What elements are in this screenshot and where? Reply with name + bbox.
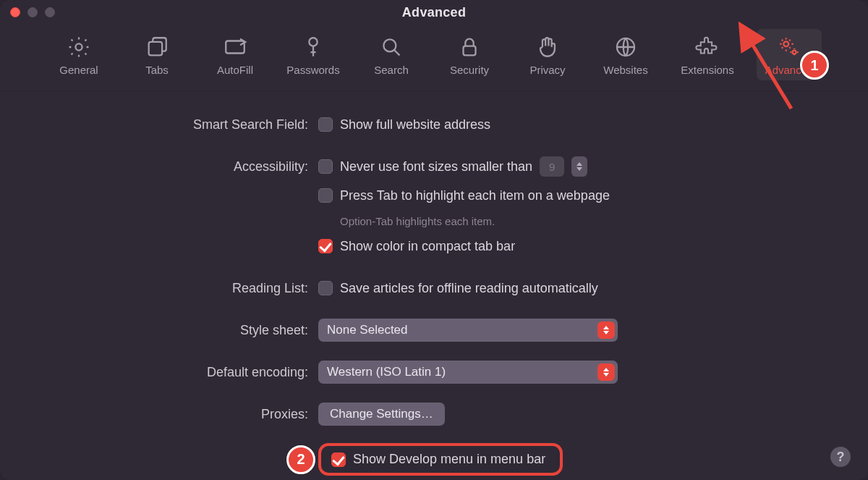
puzzle-icon [695,35,720,59]
hint-text: Option-Tab highlights each item. [340,215,495,227]
min-font-size-field[interactable]: 9 [540,156,564,177]
row-reading-list: Reading List: Save articles for offline … [0,275,839,301]
svg-point-0 [75,43,82,50]
tabs-icon [145,35,169,59]
option-label: Show color in compact tab bar [340,239,515,254]
globe-icon [613,35,638,59]
lock-icon [457,35,482,59]
row-develop-menu: 2 Show Develop menu in menu bar [0,443,839,476]
tab-security[interactable]: Security [437,29,502,80]
checkbox-tab-highlight[interactable] [318,188,333,203]
search-icon [379,35,404,59]
svg-point-8 [793,51,796,54]
question-icon: ? [837,450,845,465]
tab-label: Extensions [681,64,733,76]
select-value: None Selected [327,323,408,337]
option-label: Never use font sizes smaller than [340,159,532,174]
advanced-pane: Smart Search Field: Show full website ad… [0,91,868,476]
section-label: Reading List: [0,281,318,296]
change-proxy-settings-button[interactable]: Change Settings… [318,403,445,426]
tab-label: AutoFill [217,64,253,76]
min-font-size-stepper[interactable] [571,156,587,177]
checkbox-show-full-url[interactable] [318,117,333,132]
tab-label: Websites [603,64,647,76]
encoding-select[interactable]: Western (ISO Latin 1) [318,361,618,384]
row-accessibility-hint: Option-Tab highlights each item. [0,211,839,230]
tab-label: Tabs [145,64,169,76]
gears-icon [777,35,801,59]
hand-icon [535,35,560,59]
zoom-window-button[interactable] [45,7,55,17]
tab-label: Passwords [286,64,339,76]
row-smart-search: Smart Search Field: Show full website ad… [0,111,839,138]
select-caret-icon [597,363,615,381]
minimize-window-button[interactable] [27,7,38,17]
tab-label: Privacy [529,64,565,76]
tab-search[interactable]: Search [359,29,424,80]
svg-rect-5 [464,46,476,56]
tab-label: General [59,64,98,76]
row-accessibility-2: Press Tab to highlight each item on a we… [0,182,839,209]
tab-label: Search [374,64,409,76]
tab-label: Security [450,64,489,76]
svg-rect-1 [149,42,162,55]
window-controls [10,7,55,17]
preferences-window: Advanced General Tabs AutoFill Passwords… [0,0,868,480]
tab-general[interactable]: General [46,29,111,80]
tab-extensions[interactable]: Extensions [671,29,744,80]
chevron-down-icon [576,167,582,171]
chevron-up-icon [576,162,582,166]
close-window-button[interactable] [10,7,20,17]
checkbox-offline-reading[interactable] [318,281,333,295]
option-label: Save articles for offline reading automa… [340,281,598,296]
select-caret-icon [597,321,615,339]
section-label: Style sheet: [0,323,318,338]
style-sheet-select[interactable]: None Selected [318,319,618,342]
option-label: Press Tab to highlight each item on a we… [340,188,610,203]
row-accessibility-3: Show color in compact tab bar [0,233,839,259]
tab-privacy[interactable]: Privacy [515,29,580,80]
row-style-sheet: Style sheet: None Selected [0,317,839,343]
svg-point-4 [383,39,396,51]
select-value: Western (ISO Latin 1) [327,365,446,379]
annotation-badge-2: 2 [286,445,315,474]
key-icon [301,35,326,59]
help-button[interactable]: ? [830,447,851,467]
tab-passwords[interactable]: Passwords [281,29,346,80]
section-label: Default encoding: [0,365,318,380]
option-label: Show full website address [340,117,490,132]
section-label: Proxies: [0,407,318,422]
checkbox-show-develop-menu[interactable] [331,452,346,467]
tab-websites[interactable]: Websites [593,29,658,80]
row-encoding: Default encoding: Western (ISO Latin 1) [0,359,839,385]
annotation-badge-1: 1 [800,51,829,80]
option-label: Show Develop menu in menu bar [353,452,545,467]
section-label: Smart Search Field: [0,117,318,132]
window-title: Advanced [402,5,466,20]
row-proxies: Proxies: Change Settings… [0,401,839,427]
row-accessibility-1: Accessibility: Never use font sizes smal… [0,153,839,180]
checkbox-min-font-size[interactable] [318,159,333,174]
svg-rect-2 [226,41,244,54]
svg-point-3 [309,38,317,46]
titlebar: Advanced [0,0,868,25]
preferences-toolbar: General Tabs AutoFill Passwords Search S… [0,25,868,91]
tab-tabs[interactable]: Tabs [124,29,190,80]
gear-icon [67,35,91,59]
section-label: Accessibility: [0,159,318,174]
autofill-icon [223,35,247,59]
checkbox-compact-tab-color[interactable] [318,239,333,253]
annotation-highlight-2: Show Develop menu in menu bar [318,443,563,476]
svg-point-7 [783,41,788,46]
tab-autofill[interactable]: AutoFill [203,29,268,80]
button-label: Change Settings… [330,407,433,421]
